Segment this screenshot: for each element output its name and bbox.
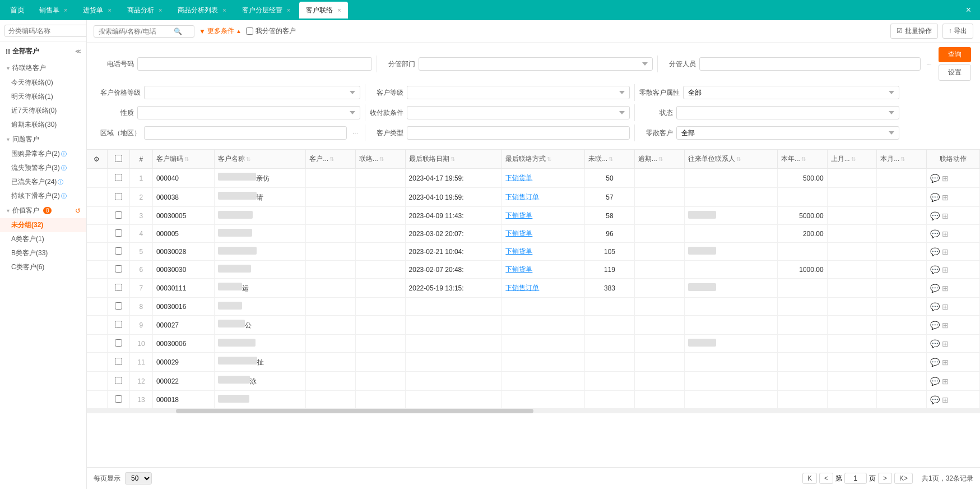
td-checkbox[interactable] xyxy=(107,335,129,353)
col-last-method[interactable]: 最后联络方式⇅ xyxy=(502,150,585,169)
region-dots[interactable]: ··· xyxy=(350,129,360,137)
td-checkbox[interactable] xyxy=(107,225,129,243)
grid-icon[interactable]: ⊞ xyxy=(942,395,949,404)
td-checkbox[interactable] xyxy=(107,391,129,409)
grid-icon[interactable]: ⊞ xyxy=(942,193,949,202)
col-type[interactable]: 客户...⇅ xyxy=(306,150,356,169)
nav-tab-product-analysis-list[interactable]: 商品分析列表 × xyxy=(171,2,233,19)
row-checkbox[interactable] xyxy=(115,193,122,200)
close-product-analysis[interactable]: × xyxy=(159,7,162,13)
status-select[interactable] xyxy=(676,106,899,119)
grid-icon[interactable]: ⊞ xyxy=(942,174,949,183)
manager-input[interactable] xyxy=(699,57,921,71)
grid-icon[interactable]: ⊞ xyxy=(942,265,949,274)
sidebar-item-c-class[interactable]: C类客户(6) xyxy=(0,260,86,274)
customer-type-input[interactable] xyxy=(407,126,630,140)
select-all-checkbox[interactable] xyxy=(115,155,122,162)
col-settings[interactable]: ⚙ xyxy=(87,150,107,169)
chat-icon[interactable]: 💬 xyxy=(930,265,940,274)
row-checkbox[interactable] xyxy=(115,377,122,384)
col-name[interactable]: 客户名称⇅ xyxy=(215,150,306,169)
grid-icon[interactable]: ⊞ xyxy=(942,377,949,386)
chat-icon[interactable]: 💬 xyxy=(930,247,940,256)
chat-icon[interactable]: 💬 xyxy=(930,358,940,367)
chat-icon[interactable]: 💬 xyxy=(930,321,940,330)
page-input[interactable] xyxy=(844,473,867,484)
batch-operations-btn[interactable]: ☑ 批量操作 xyxy=(890,24,937,39)
sidebar-item-abnormal[interactable]: 囤购异常客户(2) ⓘ xyxy=(0,147,86,161)
phone-input[interactable] xyxy=(137,57,372,71)
col-select-all[interactable] xyxy=(107,150,129,169)
td-checkbox[interactable] xyxy=(107,207,129,225)
col-this-year[interactable]: 本年...⇅ xyxy=(777,150,827,169)
td-checkbox[interactable] xyxy=(107,243,129,261)
nav-tab-customer-tier[interactable]: 客户分层经营 × xyxy=(235,2,297,19)
contact-method-link[interactable]: 下销货单 xyxy=(505,247,532,255)
export-btn[interactable]: ↑ 导出 xyxy=(942,24,973,39)
payment-select[interactable] xyxy=(407,106,630,119)
grid-icon[interactable]: ⊞ xyxy=(942,321,949,330)
customer-level-select[interactable] xyxy=(407,86,630,99)
all-customers-header[interactable]: ⁞⁞ 全部客户 ≪ xyxy=(0,42,86,61)
my-customers-checkbox[interactable]: 我分管的客户 xyxy=(246,26,296,36)
nav-tab-product-analysis[interactable]: 商品分析 × xyxy=(120,2,169,19)
nav-tab-sales-order[interactable]: 销售单 × xyxy=(32,2,74,19)
td-checkbox[interactable] xyxy=(107,353,129,372)
row-checkbox[interactable] xyxy=(115,284,122,291)
td-checkbox[interactable] xyxy=(107,316,129,335)
zero-attr-select[interactable]: 全部 xyxy=(683,86,899,99)
col-overdue[interactable]: 逾期...⇅ xyxy=(634,150,684,169)
grid-icon[interactable]: ⊞ xyxy=(942,229,949,238)
grid-icon[interactable]: ⊞ xyxy=(942,358,949,367)
prev-page-btn[interactable]: < xyxy=(819,473,833,484)
chat-icon[interactable]: 💬 xyxy=(930,211,940,220)
col-no-contact[interactable]: 未联...⇅ xyxy=(585,150,635,169)
sidebar-item-tomorrow-pending[interactable]: 明天待联络(1) xyxy=(0,90,86,104)
page-size-select[interactable]: 50 xyxy=(125,472,152,485)
row-checkbox[interactable] xyxy=(115,302,122,310)
next-page-btn[interactable]: > xyxy=(878,473,892,484)
reset-btn[interactable]: 设置 xyxy=(939,64,971,81)
grid-icon[interactable]: ⊞ xyxy=(942,302,949,311)
nav-tab-home[interactable]: 首页 xyxy=(4,3,30,17)
dept-select[interactable] xyxy=(419,57,653,71)
sidebar-item-ungrouped[interactable]: 未分组(32) xyxy=(0,218,86,232)
grid-icon[interactable]: ⊞ xyxy=(942,247,949,256)
td-checkbox[interactable] xyxy=(107,298,129,316)
td-checkbox[interactable] xyxy=(107,261,129,279)
td-checkbox[interactable] xyxy=(107,279,129,298)
td-checkbox[interactable] xyxy=(107,372,129,391)
chat-icon[interactable]: 💬 xyxy=(930,339,940,348)
sidebar-item-week-pending[interactable]: 近7天待联络(0) xyxy=(0,104,86,118)
sidebar-item-b-class[interactable]: B类客户(33) xyxy=(0,246,86,260)
row-checkbox[interactable] xyxy=(115,358,122,365)
value-customers-section[interactable]: ▼ 价值客户 8 ↺ xyxy=(0,203,86,218)
search-input[interactable] xyxy=(99,27,171,35)
scrollbar-thumb[interactable] xyxy=(176,409,533,413)
gender-select[interactable] xyxy=(137,106,360,119)
contact-method-link[interactable]: 下销货单 xyxy=(505,265,532,273)
chat-icon[interactable]: 💬 xyxy=(930,229,940,238)
col-inter-contact[interactable]: 往来单位联系人⇅ xyxy=(684,150,777,169)
sidebar-item-a-class[interactable]: A类客户(1) xyxy=(0,232,86,246)
row-checkbox[interactable] xyxy=(115,321,122,328)
contact-method-link[interactable]: 下销售订单 xyxy=(505,284,539,292)
close-purchase-order[interactable]: × xyxy=(108,7,111,13)
td-checkbox[interactable] xyxy=(107,188,129,207)
sidebar-item-today-pending[interactable]: 今天待联络(0) xyxy=(0,76,86,90)
col-contact[interactable]: 联络...⇅ xyxy=(355,150,405,169)
row-checkbox[interactable] xyxy=(115,211,122,219)
row-checkbox[interactable] xyxy=(115,339,122,347)
sidebar-search-input[interactable] xyxy=(4,25,87,37)
region-input[interactable] xyxy=(144,126,347,140)
chat-icon[interactable]: 💬 xyxy=(930,377,940,386)
row-checkbox[interactable] xyxy=(115,395,122,403)
col-code[interactable]: 客户编码⇅ xyxy=(152,150,214,169)
last-page-btn[interactable]: K> xyxy=(894,473,913,484)
horizontal-scrollbar[interactable] xyxy=(87,409,980,413)
chat-icon[interactable]: 💬 xyxy=(930,174,940,183)
contact-method-link[interactable]: 下销货单 xyxy=(505,229,532,237)
sidebar-item-lost[interactable]: 已流失客户(24) ⓘ xyxy=(0,175,86,189)
contact-method-link[interactable]: 下销售订单 xyxy=(505,193,539,201)
pending-contact-section[interactable]: ▼ 待联络客户 xyxy=(0,61,86,76)
